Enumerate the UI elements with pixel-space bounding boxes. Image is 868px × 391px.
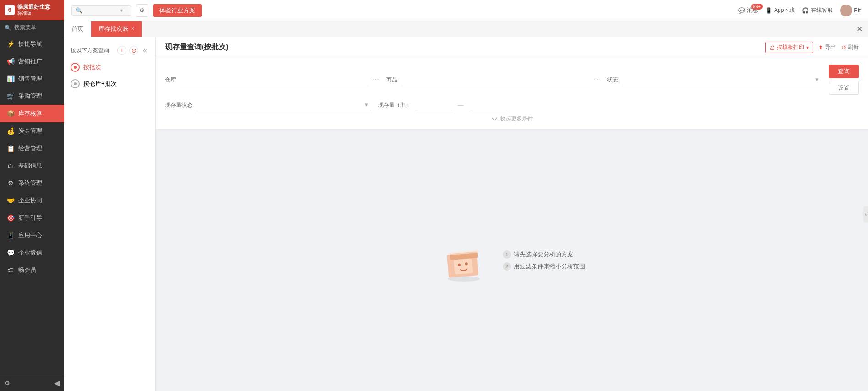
sidebar-item-label: 畅会员 <box>18 266 36 274</box>
app-download-btn[interactable]: 📱 App下载 <box>765 6 795 14</box>
sidebar-footer: ⚙ ◀ <box>0 375 64 391</box>
tab-inventory-batch[interactable]: 库存批次账 × <box>91 21 142 37</box>
sidebar-item-label: 系统管理 <box>18 179 42 187</box>
messages-badge: 99+ <box>751 4 763 10</box>
refresh-btn[interactable]: ↺ 刷新 <box>841 43 859 51</box>
sidebar-nav: ⚡ 快捷导航 📢 营销推广 📊 销售管理 🛒 采购管理 📦 库存核算 💰 资金管… <box>0 35 64 375</box>
filter-item-icon-wh-batch <box>71 79 80 88</box>
topbar-search-input[interactable] <box>85 7 117 14</box>
sidebar-header: 6 畅康通好生意 标准版 <box>0 0 64 20</box>
sidebar-item-newbie[interactable]: 🎯 新手引导 <box>0 209 64 227</box>
sidebar-item-marketing[interactable]: 📢 营销推广 <box>0 53 64 70</box>
finance-icon: 💰 <box>6 127 15 135</box>
filter-item-by-warehouse-batch[interactable]: 按仓库+批次 <box>64 76 155 92</box>
empty-state-content: 1 请先选择要分析的方案 2 用过滤条件来缩小分析范围 <box>439 235 585 286</box>
inventory-icon: 📦 <box>6 109 15 118</box>
search-form: 仓库 ··· 商品 ··· 状态 ▾ <box>156 58 868 130</box>
sidebar-item-label: 销售管理 <box>18 75 42 83</box>
content-area: 按以下方案查询 + ⊙ « 按批次 <box>64 37 868 391</box>
sidebar-item-label: 应用中心 <box>18 231 42 239</box>
sidebar-item-enterprise[interactable]: 🤝 企业协同 <box>0 192 64 209</box>
page-title: 现存量查询(按批次) <box>165 43 229 52</box>
purchase-icon: 🛒 <box>6 92 15 100</box>
messages-btn[interactable]: 💬 消息 99+ <box>738 6 758 14</box>
right-panel-toggle[interactable]: › <box>863 206 868 222</box>
stock-status-field: 现存量状态 ▾ <box>165 99 371 110</box>
member-icon: 🏷 <box>6 266 15 274</box>
warehouse-input[interactable] <box>180 75 369 85</box>
empty-tip-2: 2 用过滤条件来缩小分析范围 <box>503 262 585 271</box>
chevron-right-icon: › <box>865 211 867 217</box>
topbar-search-box[interactable]: 🔍 ▾ <box>71 5 131 16</box>
phone-icon: 📱 <box>765 7 772 14</box>
filter-collapse-btn[interactable]: « <box>141 44 149 56</box>
stock-status-dropdown-icon: ▾ <box>365 101 368 108</box>
status-label: 状态 <box>607 76 618 84</box>
empty-illustration <box>439 235 489 286</box>
stock-status-select[interactable]: ▾ <box>196 99 371 110</box>
sidebar-collapse-icon[interactable]: ◀ <box>54 379 60 387</box>
template-print-btn[interactable]: 🖨 按模板打印 ▾ <box>765 42 813 53</box>
newbie-icon: 🎯 <box>6 214 15 222</box>
tab-home[interactable]: 首页 <box>64 21 91 37</box>
svg-point-0 <box>74 66 77 69</box>
svg-point-1 <box>74 82 77 85</box>
tab-panel-close-btn[interactable]: ✕ <box>851 25 868 33</box>
sidebar-item-label: 经营管理 <box>18 144 42 152</box>
online-support-btn[interactable]: 🎧 在线客服 <box>802 6 833 14</box>
wechat-icon: 💬 <box>6 249 15 257</box>
topbar-settings-btn[interactable]: ⚙ <box>136 4 148 17</box>
sidebar-item-label: 企业微信 <box>18 249 42 257</box>
sidebar-item-purchase[interactable]: 🛒 采购管理 <box>0 87 64 105</box>
sidebar-settings-icon[interactable]: ⚙ <box>5 380 10 386</box>
print-dropdown-icon[interactable]: ▾ <box>806 44 809 51</box>
collapse-more-btn[interactable]: ∧∧ 收起更多条件 <box>165 115 859 123</box>
filter-settings-btn[interactable]: ⊙ <box>129 46 138 55</box>
warehouse-field: 仓库 ··· <box>165 75 379 85</box>
sidebar-item-basics[interactable]: 🗂 基础信息 <box>0 157 64 174</box>
collapse-icon: ∧∧ <box>491 116 498 122</box>
product-more-btn[interactable]: ··· <box>594 76 600 84</box>
topbar: 🔍 ▾ ⚙ 体验行业方案 💬 消息 99+ 📱 App下载 🎧 在线客服 <box>64 0 868 21</box>
sidebar-item-member[interactable]: 🏷 畅会员 <box>0 261 64 279</box>
export-btn[interactable]: ⬆ 导出 <box>819 43 836 51</box>
query-btn[interactable]: 查询 <box>829 65 859 78</box>
trial-industry-btn[interactable]: 体验行业方案 <box>153 4 202 17</box>
enterprise-icon: 🤝 <box>6 196 15 205</box>
sidebar-item-wechat[interactable]: 💬 企业微信 <box>0 244 64 261</box>
sidebar-search-menu[interactable]: 🔍 搜索菜单 <box>0 20 64 35</box>
topbar-search-dropdown[interactable]: ▾ <box>120 7 123 14</box>
tab-home-label: 首页 <box>71 25 83 33</box>
page-actions: 🖨 按模板打印 ▾ ⬆ 导出 ↺ 刷新 <box>765 42 859 53</box>
empty-tip-2-text: 用过滤条件来缩小分析范围 <box>514 262 585 271</box>
sidebar-item-label: 资金管理 <box>18 127 42 135</box>
search-menu-label: 搜索菜单 <box>14 24 36 32</box>
sidebar-item-finance[interactable]: 💰 资金管理 <box>0 122 64 140</box>
status-select[interactable]: ▾ <box>622 74 821 85</box>
warehouse-more-btn[interactable]: ··· <box>373 76 379 84</box>
sidebar-item-business[interactable]: 📋 经营管理 <box>0 140 64 157</box>
user-profile[interactable]: Rit <box>840 5 861 16</box>
sidebar-item-quick-nav[interactable]: ⚡ 快捷导航 <box>0 35 64 53</box>
stock-qty-to[interactable] <box>470 100 507 110</box>
filter-add-btn[interactable]: + <box>117 46 126 55</box>
online-support-label: 在线客服 <box>811 6 833 14</box>
topbar-right: 💬 消息 99+ 📱 App下载 🎧 在线客服 Rit <box>738 5 861 16</box>
tab-close-btn[interactable]: × <box>131 26 134 32</box>
sidebar-item-system[interactable]: ⚙ 系统管理 <box>0 174 64 192</box>
sidebar-item-apps[interactable]: 📱 应用中心 <box>0 227 64 244</box>
settings-icon: ⚙ <box>139 7 145 14</box>
empty-state: 1 请先选择要分析的方案 2 用过滤条件来缩小分析范围 <box>156 130 868 391</box>
empty-svg-icon <box>439 235 489 286</box>
sidebar-item-inventory[interactable]: 📦 库存核算 <box>0 105 64 122</box>
template-print-label: 按模板打印 <box>777 43 804 51</box>
app-edition: 标准版 <box>17 10 50 16</box>
sidebar-item-label: 企业协同 <box>18 196 42 205</box>
filter-item-by-batch[interactable]: 按批次 <box>64 59 155 76</box>
refresh-label: 刷新 <box>848 43 859 51</box>
sidebar-item-sales[interactable]: 📊 销售管理 <box>0 70 64 87</box>
stock-qty-from[interactable] <box>415 100 451 110</box>
settings-btn[interactable]: 设置 <box>829 81 859 95</box>
product-input[interactable] <box>401 75 590 85</box>
topbar-search-icon: 🔍 <box>76 7 82 14</box>
